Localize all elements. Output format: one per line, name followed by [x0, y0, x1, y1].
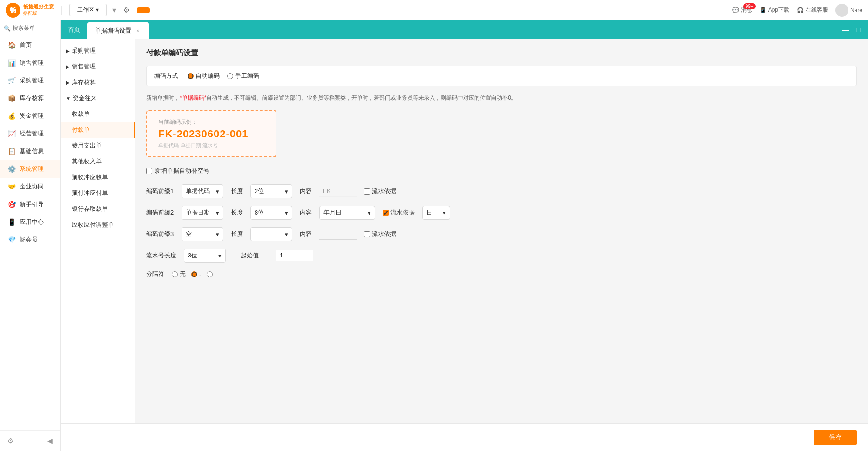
tab-close-icon[interactable]: ×: [134, 27, 141, 34]
preview-desc: 单据代码-单据日期-流水号: [158, 142, 264, 149]
top-header: 畅 畅捷通好生意 搭配版 工作区 ▾ ▾ ⚙ 💬 消息 99+ 📱 App下载 …: [0, 0, 868, 20]
length1-label: 长度: [231, 187, 243, 195]
header-right: 💬 消息 99+ 📱 App下载 🎧 在线客服 Nare: [732, 4, 862, 17]
flow3-checkbox-item[interactable]: 流水依据: [364, 230, 396, 238]
main-content: 付款单编码设置 编码方式 自动编码 手工编码: [135, 39, 868, 423]
sub-nav-child-adjustment[interactable]: 应收应付调整单: [61, 217, 135, 233]
flow1-checkbox[interactable]: [364, 188, 370, 195]
sidebar-item-apps[interactable]: 📱 应用中心: [0, 213, 60, 231]
system-icon: ⚙️: [7, 165, 16, 173]
user-item[interactable]: Nare: [835, 4, 862, 17]
sidebar-item-company[interactable]: 🤝 企业协同: [0, 178, 60, 195]
chevron-down-icon: ▾: [112, 5, 116, 15]
sub-nav-child-other-income[interactable]: 其他收入单: [61, 154, 135, 169]
sub-nav-child-payment[interactable]: 付款单: [61, 122, 135, 138]
content1-input[interactable]: [319, 186, 357, 197]
save-button[interactable]: 保存: [814, 430, 857, 445]
auto-fill-checkbox[interactable]: [146, 168, 152, 174]
separator-dot-option[interactable]: .: [207, 271, 216, 278]
sidebar-item-purchase[interactable]: 🛒 采购管理: [0, 72, 60, 89]
start-value-input[interactable]: [276, 250, 313, 261]
sidebar-collapse-button[interactable]: ◀: [43, 434, 56, 447]
flow3-checkbox[interactable]: [364, 231, 370, 237]
length1-select[interactable]: 2位 ▾: [250, 184, 292, 198]
dropdown-arrow-9: ▾: [218, 252, 222, 259]
sidebar-settings-button[interactable]: ⚙: [4, 434, 17, 447]
tab-bar-actions: — □: [840, 24, 868, 35]
content3-input[interactable]: [319, 229, 357, 240]
sidebar-search[interactable]: 🔍 搜索菜单: [0, 20, 60, 36]
sub-nav-parent-sales[interactable]: ▶ 销售管理: [61, 59, 135, 74]
length3-select[interactable]: ▾: [250, 227, 292, 241]
operations-icon: 📈: [7, 129, 16, 138]
separator-label: 分隔符: [146, 270, 164, 278]
brand-text: 畅捷通好生意 搭配版: [23, 3, 54, 17]
experience-button[interactable]: [137, 7, 150, 13]
sidebar-item-home[interactable]: 🏠 首页: [0, 36, 60, 54]
serial-length-label: 流水号长度: [146, 251, 176, 260]
serial-row: 流水号长度 3位 ▾ 起始值: [146, 249, 857, 263]
sidebar-item-system[interactable]: ⚙️ 系统管理: [0, 160, 60, 178]
sidebar: 🔍 搜索菜单 🏠 首页 📊 销售管理 🛒 采购管理 📦 库存核算 💰: [0, 20, 61, 451]
settings-icon[interactable]: ⚙: [120, 4, 133, 17]
tab-encoding-settings[interactable]: 单据编码设置 ×: [87, 22, 149, 39]
app-icon: 📱: [760, 7, 767, 13]
content3-label: 内容: [300, 230, 312, 238]
dropdown-arrow-2: ▾: [285, 188, 288, 195]
flow2-checkbox[interactable]: [383, 210, 389, 216]
sidebar-item-basic[interactable]: 📋 基础信息: [0, 142, 60, 160]
separator-none-option[interactable]: 无: [172, 270, 186, 278]
chevron-down-icon-4: ▼: [66, 96, 71, 101]
sub-nav-child-receipt[interactable]: 收款单: [61, 106, 135, 122]
dropdown-arrow-1: ▾: [216, 188, 219, 195]
sidebar-item-guide[interactable]: 🎯 新手引导: [0, 195, 60, 213]
service-icon: 🎧: [797, 7, 804, 13]
sub-nav-child-prepay-ar[interactable]: 预收冲应收单: [61, 169, 135, 185]
sidebar-item-inventory[interactable]: 📦 库存核算: [0, 89, 60, 107]
prefix3-row: 编码前缀3 空 ▾ 长度 ▾ 内容 流水依据: [146, 227, 857, 241]
tab-minimize-button[interactable]: —: [840, 24, 851, 35]
flow2-period-select[interactable]: 日 ▾: [422, 206, 450, 220]
separator-dash-option[interactable]: -: [191, 271, 201, 278]
serial-length-select[interactable]: 3位 ▾: [184, 249, 226, 263]
message-item[interactable]: 💬 消息 99+: [732, 6, 752, 14]
info-highlight: *单据编码*: [180, 94, 206, 101]
flow2-checkbox-item[interactable]: 流水依据: [383, 209, 415, 217]
brand-logo: 畅 畅捷通好生意 搭配版: [6, 3, 54, 18]
sub-nav-child-bank[interactable]: 银行存取款单: [61, 201, 135, 217]
tab-home[interactable]: 首页: [61, 20, 87, 39]
auto-fill-row: 新增单据自动补空号: [146, 167, 857, 175]
content2-select[interactable]: 年月日 ▾: [319, 206, 375, 220]
auto-code-option[interactable]: 自动编码: [188, 72, 220, 80]
purchase-icon: 🛒: [7, 76, 16, 85]
length2-select[interactable]: 8位 ▾: [250, 206, 292, 220]
home-icon: 🏠: [7, 41, 16, 49]
sidebar-item-finance[interactable]: 💰 资金管理: [0, 107, 60, 125]
sub-nav-group-purchase: ▶ 采购管理: [61, 43, 135, 59]
prefix1-select[interactable]: 单据代码 ▾: [182, 184, 223, 198]
sidebar-item-operations[interactable]: 📈 经营管理: [0, 125, 60, 142]
chevron-right-icon-2: ▶: [66, 64, 70, 69]
sub-nav-group-sales: ▶ 销售管理: [61, 59, 135, 74]
flow1-checkbox-item[interactable]: 流水依据: [364, 187, 396, 195]
sub-nav-parent-capital[interactable]: ▼ 资金往来: [61, 90, 135, 106]
sub-nav-parent-inventory[interactable]: ▶ 库存核算: [61, 74, 135, 90]
sidebar-item-member[interactable]: 💎 畅会员: [0, 231, 60, 249]
prefix2-select[interactable]: 单据日期 ▾: [182, 206, 223, 220]
sub-nav-parent-purchase[interactable]: ▶ 采购管理: [61, 43, 135, 59]
sub-nav-child-prepay-ap[interactable]: 预付冲应付单: [61, 185, 135, 201]
sub-nav-child-expense[interactable]: 费用支出单: [61, 138, 135, 154]
app-download-item[interactable]: 📱 App下载: [760, 6, 789, 14]
bottom-bar: 保存: [61, 423, 868, 451]
manual-code-option[interactable]: 手工编码: [227, 72, 259, 80]
prefix3-select[interactable]: 空 ▾: [182, 227, 223, 241]
dropdown-arrow-7: ▾: [216, 231, 219, 238]
sidebar-item-sales[interactable]: 📊 销售管理: [0, 54, 60, 72]
user-avatar: [835, 4, 848, 17]
tab-maximize-button[interactable]: □: [853, 24, 864, 35]
dropdown-arrow-4: ▾: [285, 209, 288, 216]
preview-label: 当前编码示例：: [158, 118, 264, 126]
apps-icon: 📱: [7, 218, 16, 226]
workspace-dropdown[interactable]: 工作区 ▾: [69, 4, 107, 16]
online-service-item[interactable]: 🎧 在线客服: [797, 6, 828, 14]
